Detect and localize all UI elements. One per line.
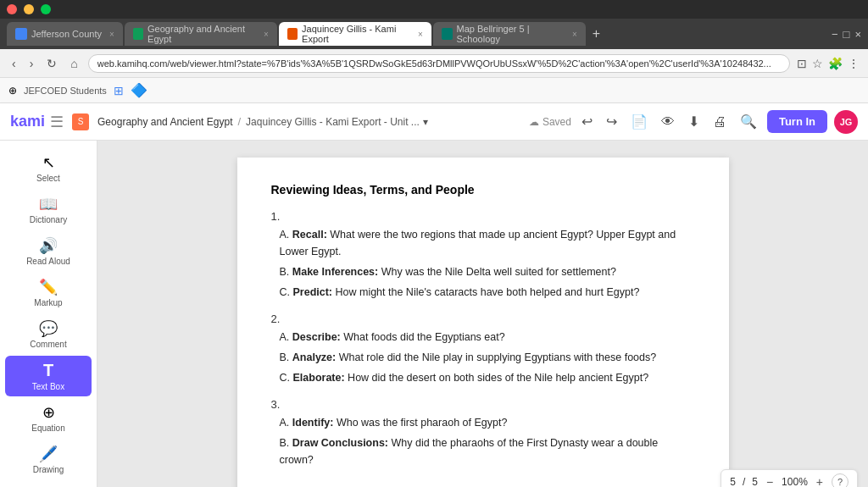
search-icon-btn[interactable]: 🔍 — [737, 110, 760, 133]
kami-logo: kami ☰ — [10, 113, 64, 131]
tab-geography[interactable]: Geography and Ancient Egypt × — [125, 22, 277, 46]
cloud-icon: ☁ — [529, 116, 539, 128]
url-bar[interactable]: web.kamihq.com/web/viewer.html?state=%7B… — [88, 54, 790, 73]
avatar: JG — [834, 110, 858, 134]
document-icon-btn[interactable]: 📄 — [627, 110, 651, 133]
tab-bar: Jefferson County × Geography and Ancient… — [0, 19, 868, 49]
jefcoed-label: JEFCOED Students — [24, 86, 107, 96]
select-icon: ↖ — [42, 153, 55, 172]
sidebar-item-drawing-label: Drawing — [33, 465, 64, 474]
sidebar-item-comment[interactable]: 💬 Comment — [5, 314, 92, 354]
tab-close-geography[interactable]: × — [264, 30, 269, 39]
sidebar-item-markup[interactable]: ✏️ Markup — [5, 273, 92, 313]
dictionary-icon: 📖 — [39, 195, 58, 213]
view-icon-btn[interactable]: 👁 — [658, 111, 678, 133]
page-total: 5 — [752, 476, 758, 487]
question-line-1c: C. Predict: How might the Nile's catarac… — [271, 284, 695, 301]
sidebar-item-select-label: Select — [36, 174, 60, 183]
kami-shortcut-icon[interactable]: 🔷 — [131, 82, 147, 98]
sidebar-item-read-aloud-label: Read Aloud — [26, 257, 70, 266]
read-aloud-icon: 🔊 — [39, 236, 58, 255]
download-icon-btn[interactable]: ⬇ — [685, 110, 703, 133]
doc-separator: / — [237, 115, 241, 128]
sidebar-item-equation[interactable]: ⊕ Equation — [5, 398, 92, 438]
question-line-2a: A. Describe: What foods did the Egyptian… — [271, 329, 695, 346]
tab-kami-export[interactable]: Jaquincey Gillis - Kami Export × — [279, 22, 431, 46]
restore-icon[interactable]: □ — [843, 28, 850, 41]
minimize-button[interactable] — [24, 4, 34, 14]
tab-favicon-geography — [133, 28, 143, 40]
tab-label-geography: Geography and Ancient Egypt — [147, 24, 256, 44]
q3b-prefix: B. — [280, 437, 292, 449]
content-area: Reviewing Ideas, Terms, and People 1. A.… — [97, 141, 868, 487]
print-icon-btn[interactable]: 🖨 — [709, 111, 730, 133]
q1a-text: What were the two regions that made up a… — [280, 229, 676, 257]
sidebar-item-drawing[interactable]: 🖊️ Drawing — [5, 440, 92, 479]
tab-schoology[interactable]: Map Bellringer 5 | Schoology × — [433, 22, 586, 46]
window-action-icons: − □ × — [832, 28, 861, 41]
tab-close-schoology[interactable]: × — [572, 30, 577, 39]
q1c-bold: Predict: — [292, 286, 332, 298]
sidebar-toggle-icon[interactable]: ☰ — [50, 113, 64, 131]
close-button[interactable] — [7, 4, 17, 14]
question-line-3b: B. Draw Conclusions: Why did the pharaoh… — [271, 434, 695, 468]
question-line-1b: B. Make Inferences: Why was the Nile Del… — [271, 263, 695, 280]
sidebar-item-dictionary[interactable]: 📖 Dictionary — [5, 190, 92, 230]
back-button[interactable]: ‹ — [8, 55, 19, 72]
page-title: Reviewing Ideas, Terms, and People — [271, 183, 695, 196]
zoom-level: 100% — [782, 476, 808, 487]
extensions-icon[interactable]: 🧩 — [828, 57, 843, 70]
q2b-text: What role did the Nile play in supplying… — [336, 351, 656, 363]
sidebar-item-dictionary-label: Dictionary — [30, 215, 67, 224]
tab-favicon-schoology — [442, 28, 453, 40]
document-page: Reviewing Ideas, Terms, and People 1. A.… — [237, 158, 729, 487]
page-separator: / — [743, 476, 745, 487]
sidebar-item-select[interactable]: ↖ Select — [5, 148, 92, 188]
cast-icon[interactable]: ⊡ — [797, 57, 807, 70]
redo-button[interactable]: ↪ — [603, 110, 620, 133]
minimize-icon[interactable]: − — [832, 28, 838, 41]
bookmark-icon[interactable]: ☆ — [812, 57, 823, 70]
close-window-icon[interactable]: × — [854, 28, 861, 41]
question-line-3a: A. Identify: Who was the first pharaoh o… — [271, 414, 695, 431]
forward-button[interactable]: › — [26, 55, 37, 72]
maximize-button[interactable] — [41, 4, 51, 14]
jefcoed-bar: ⊕ JEFCOED Students ⊞ 🔷 — [0, 78, 868, 103]
new-tab-button[interactable]: + — [587, 25, 605, 43]
markup-icon: ✏️ — [39, 278, 58, 296]
reload-button[interactable]: ↻ — [43, 55, 60, 72]
window-controls-bar — [0, 0, 868, 19]
kami-logo-text: kami — [10, 113, 45, 130]
url-text: web.kamihq.com/web/viewer.html?state=%7B… — [97, 58, 781, 69]
home-button[interactable]: ⌂ — [67, 55, 81, 72]
question-line-2b: B. Analyze: What role did the Nile play … — [271, 349, 695, 366]
sidebar-item-read-aloud[interactable]: 🔊 Read Aloud — [5, 231, 92, 271]
chevron-down-icon[interactable]: ▾ — [423, 116, 428, 128]
question-line-1a: A. Recall: What were the two regions tha… — [271, 226, 695, 260]
q3a-prefix: A. — [280, 417, 292, 429]
q1b-bold: Make Inferences: — [292, 266, 378, 278]
question-block-1: 1. A. Recall: What were the two regions … — [271, 210, 695, 301]
q3b-bold: Draw Conclusions: — [292, 437, 388, 449]
menu-icon[interactable]: ⋮ — [848, 57, 860, 70]
tab-favicon-kami — [287, 28, 298, 40]
help-button[interactable]: ? — [832, 473, 849, 487]
sidebar-item-text-box[interactable]: T Text Box — [5, 356, 92, 396]
question-line-2c: C. Elaborate: How did the desert on both… — [271, 369, 695, 386]
saved-status: ☁ Saved — [529, 116, 571, 128]
undo-button[interactable]: ↩ — [578, 110, 596, 133]
sidebar-item-equation-label: Equation — [31, 423, 64, 433]
turn-in-button[interactable]: Turn In — [767, 110, 827, 133]
tab-close-jefferson[interactable]: × — [109, 30, 114, 39]
zoom-in-button[interactable]: + — [815, 475, 825, 487]
tab-close-kami[interactable]: × — [418, 30, 423, 39]
apps-icon[interactable]: ⊞ — [114, 84, 124, 97]
q1c-text: How might the Nile's cataracts have both… — [332, 286, 639, 298]
zoom-out-button[interactable]: − — [765, 475, 775, 487]
sidebar-item-shapes[interactable]: ⬡ Shapes — [5, 481, 92, 487]
question-num-1: 1. — [271, 210, 695, 223]
question-num-2: 2. — [271, 313, 695, 325]
doc-info: Geography and Ancient Egypt / Jaquincey … — [97, 115, 520, 128]
tab-jefferson-county[interactable]: Jefferson County × — [7, 22, 123, 46]
tab-label-schoology: Map Bellringer 5 | Schoology — [457, 24, 565, 44]
